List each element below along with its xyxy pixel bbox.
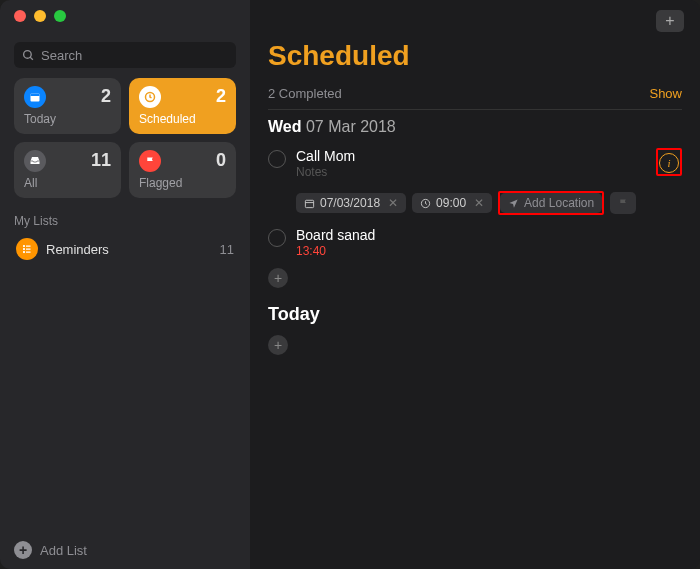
list-count: 11 bbox=[220, 242, 234, 257]
time-pill-value: 09:00 bbox=[436, 196, 466, 210]
new-reminder-button[interactable]: + bbox=[656, 10, 684, 32]
completed-row: 2 Completed Show bbox=[268, 86, 682, 110]
reminder-notes-field[interactable]: Notes bbox=[296, 165, 646, 179]
window-controls bbox=[14, 10, 66, 22]
smart-all[interactable]: 11 All bbox=[14, 142, 121, 198]
svg-point-7 bbox=[24, 249, 25, 250]
date-header: Wed 07 Mar 2018 bbox=[268, 118, 682, 142]
fullscreen-window-button[interactable] bbox=[54, 10, 66, 22]
clock-icon bbox=[139, 86, 161, 108]
svg-line-1 bbox=[30, 57, 33, 60]
search-icon bbox=[22, 49, 35, 62]
complete-toggle[interactable] bbox=[268, 150, 286, 168]
reminder-overdue-time: 13:40 bbox=[296, 244, 682, 258]
svg-point-5 bbox=[24, 246, 25, 247]
smart-flagged-label: Flagged bbox=[139, 176, 226, 190]
info-button[interactable]: i bbox=[659, 153, 679, 173]
search-field[interactable] bbox=[14, 42, 236, 68]
flag-toggle[interactable] bbox=[610, 192, 636, 214]
list-reminders[interactable]: Reminders 11 bbox=[14, 232, 236, 266]
date-weekday: Wed bbox=[268, 118, 301, 135]
smart-today-label: Today bbox=[24, 112, 111, 126]
smart-all-label: All bbox=[24, 176, 111, 190]
flag-icon bbox=[139, 150, 161, 172]
date-pill-value: 07/03/2018 bbox=[320, 196, 380, 210]
minimize-window-button[interactable] bbox=[34, 10, 46, 22]
reminder-item[interactable]: Call Mom Notes i bbox=[268, 142, 682, 185]
search-input[interactable] bbox=[41, 48, 228, 63]
reminder-detail-pills: 07/03/2018 ✕ 09:00 ✕ Add Location bbox=[296, 191, 682, 215]
sidebar: 2 Today 2 Scheduled 11 All bbox=[0, 0, 250, 569]
calendar-icon bbox=[304, 198, 315, 209]
smart-today-count: 2 bbox=[101, 86, 111, 107]
date-rest: 07 Mar 2018 bbox=[301, 118, 395, 135]
tray-icon bbox=[24, 150, 46, 172]
reminder-title[interactable]: Call Mom bbox=[296, 148, 646, 164]
reminder-title[interactable]: Board sanad bbox=[296, 227, 682, 243]
my-lists-header: My Lists bbox=[14, 214, 236, 228]
smart-flagged-count: 0 bbox=[216, 150, 226, 171]
date-pill[interactable]: 07/03/2018 ✕ bbox=[296, 193, 406, 213]
smart-scheduled-count: 2 bbox=[216, 86, 226, 107]
svg-rect-3 bbox=[31, 94, 40, 97]
page-title: Scheduled bbox=[268, 40, 682, 72]
complete-toggle[interactable] bbox=[268, 229, 286, 247]
smart-today[interactable]: 2 Today bbox=[14, 78, 121, 134]
time-pill[interactable]: 09:00 ✕ bbox=[412, 193, 492, 213]
smart-flagged[interactable]: 0 Flagged bbox=[129, 142, 236, 198]
smart-all-count: 11 bbox=[91, 150, 111, 171]
main-panel: + Scheduled 2 Completed Show Wed 07 Mar … bbox=[250, 0, 700, 569]
smart-scheduled-label: Scheduled bbox=[139, 112, 226, 126]
completed-count: 2 Completed bbox=[268, 86, 342, 101]
calendar-icon bbox=[24, 86, 46, 108]
smart-lists-grid: 2 Today 2 Scheduled 11 All bbox=[14, 78, 236, 198]
reminder-item[interactable]: Board sanad 13:40 bbox=[268, 221, 682, 264]
clear-date-button[interactable]: ✕ bbox=[388, 196, 398, 210]
clock-icon bbox=[420, 198, 431, 209]
location-arrow-icon bbox=[508, 198, 519, 209]
add-list-button[interactable]: + Add List bbox=[14, 541, 236, 559]
list-bullet-icon bbox=[16, 238, 38, 260]
smart-scheduled[interactable]: 2 Scheduled bbox=[129, 78, 236, 134]
plus-icon: + bbox=[665, 12, 674, 30]
clear-time-button[interactable]: ✕ bbox=[474, 196, 484, 210]
add-location-pill[interactable]: Add Location bbox=[500, 193, 602, 213]
add-location-label: Add Location bbox=[524, 196, 594, 210]
today-section-header: Today bbox=[268, 298, 682, 331]
add-list-label: Add List bbox=[40, 543, 87, 558]
svg-point-0 bbox=[24, 50, 32, 58]
add-reminder-button[interactable]: + bbox=[268, 335, 288, 355]
svg-rect-11 bbox=[305, 200, 313, 207]
show-completed-link[interactable]: Show bbox=[649, 86, 682, 101]
plus-icon: + bbox=[14, 541, 32, 559]
list-name: Reminders bbox=[46, 242, 212, 257]
svg-point-9 bbox=[24, 252, 25, 253]
close-window-button[interactable] bbox=[14, 10, 26, 22]
add-reminder-button[interactable]: + bbox=[268, 268, 288, 288]
